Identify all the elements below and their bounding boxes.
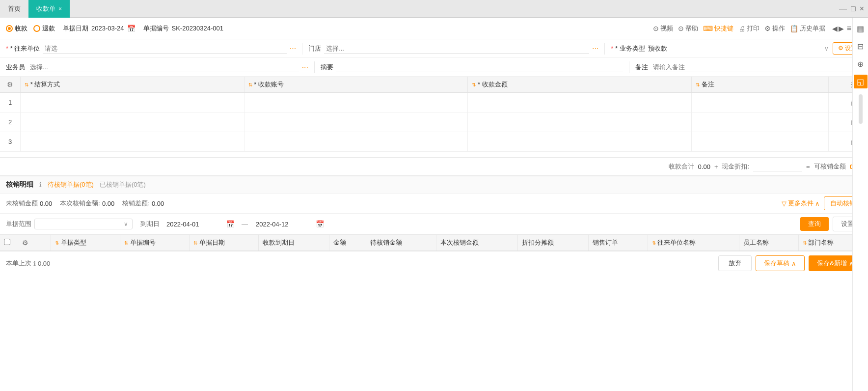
footer-info-icon[interactable]: ℹ: [33, 260, 36, 267]
abandon-btn[interactable]: 放弃: [718, 255, 752, 271]
tab-bar: 首页 收款单 × — □ ×: [0, 0, 868, 18]
shortcut-btn[interactable]: ⌨ 快捷键: [703, 24, 733, 33]
doc-range-select[interactable]: ∨: [34, 219, 133, 229]
row-remark-3[interactable]: [692, 132, 829, 152]
cal-start-icon[interactable]: 📅: [223, 220, 238, 228]
row-account-1[interactable]: [244, 93, 468, 112]
search-filters: 单据范围 ∨ 到期日 📅 — 📅 查询 设置: [0, 214, 868, 235]
footer-btns: 放弃 保存草稿 ∧ 保存&新增 ∧: [718, 255, 862, 271]
row-amount-3[interactable]: [468, 132, 692, 152]
total-value: 0.00: [698, 163, 710, 170]
counterpart-input[interactable]: [43, 44, 286, 54]
row-settlement-1[interactable]: [21, 93, 244, 112]
doc-date-field: 单据日期 2023-03-24 📅: [63, 24, 136, 33]
col-staff-label: 员工名称: [743, 239, 769, 246]
row-remark-2[interactable]: [692, 112, 829, 132]
col-amount-header: ⇅ * 收款金额: [468, 77, 692, 93]
help-btn[interactable]: ⊙ 帮助: [678, 24, 698, 33]
divider4: [629, 61, 629, 73]
sort-doc-type-icon[interactable]: ⇅: [55, 240, 59, 246]
doc-date-label: 单据日期: [63, 24, 88, 33]
save-new-label: 保存&新增: [817, 259, 847, 268]
window-close-icon[interactable]: ×: [860, 4, 864, 13]
discount-input[interactable]: [753, 162, 802, 171]
row-settlement-3[interactable]: [21, 132, 244, 152]
staff-field: 业务员 ···: [6, 62, 308, 72]
calendar-icon[interactable]: 📅: [127, 25, 136, 32]
sort-doc-date-icon[interactable]: ⇅: [193, 240, 197, 246]
row-amount-2[interactable]: [468, 112, 692, 132]
sort-doc-num-icon[interactable]: ⇅: [124, 240, 128, 246]
row-amount-1[interactable]: [468, 93, 692, 112]
shortcut-label: 快捷键: [714, 24, 733, 33]
sort-account-icon[interactable]: ⇅: [248, 82, 252, 87]
col-current-label: 本次核销金额: [440, 239, 479, 246]
col-counterpart-label: 往来单位名称: [657, 239, 696, 246]
row-num-2: 2: [0, 112, 21, 132]
row-account-3[interactable]: [244, 132, 468, 152]
sort-settlement-icon[interactable]: ⇅: [25, 82, 28, 87]
store-label: 门店: [308, 44, 321, 53]
row-account-2[interactable]: [244, 112, 468, 132]
doc-number-value: SK-20230324-001: [172, 25, 224, 32]
table-gear-btn[interactable]: ⚙: [4, 80, 16, 89]
tab-close-icon[interactable]: ×: [58, 0, 62, 18]
operation-btn[interactable]: ⚙ 操作: [764, 24, 785, 33]
counterpart-more-icon[interactable]: ···: [290, 45, 296, 53]
layout-list-icon[interactable]: ≡: [847, 24, 851, 33]
help-icon: ⊙: [678, 25, 684, 32]
pending-tab-link[interactable]: 待核销单据(0笔): [48, 180, 94, 189]
select-all-checkbox[interactable]: [4, 239, 10, 245]
save-draft-btn[interactable]: 保存草稿 ∧: [756, 255, 805, 271]
keyboard-icon: ⌨: [703, 25, 713, 32]
history-btn[interactable]: 📋 历史单据: [790, 24, 825, 33]
offset-info-icon[interactable]: ℹ: [39, 181, 42, 188]
date-start-input[interactable]: [163, 219, 221, 230]
video-btn[interactable]: ⊙ 视频: [653, 24, 673, 33]
biz-type-field: * * 业务类型 预收款 ∨: [611, 44, 828, 53]
biz-type-value: 预收款: [648, 44, 824, 53]
video-icon: ⊙: [653, 25, 659, 32]
more-filter-btn[interactable]: ▽ 更多条件 ∧: [782, 199, 820, 208]
help-label: 帮助: [685, 24, 698, 33]
staff-more-icon[interactable]: ···: [302, 63, 308, 71]
cal-end-icon[interactable]: 📅: [313, 220, 327, 228]
print-btn[interactable]: 🖨 打印: [738, 24, 760, 33]
minimize-icon[interactable]: —: [839, 4, 847, 13]
sidebar-scrollbar[interactable]: [859, 94, 863, 124]
sidebar-table-icon[interactable]: ▦: [854, 22, 868, 35]
sort-dept-icon[interactable]: ⇅: [803, 240, 807, 246]
nav-next-icon[interactable]: ▶: [839, 25, 844, 32]
row-remark-1[interactable]: [692, 93, 829, 112]
biz-type-arrow-icon[interactable]: ∨: [824, 45, 829, 52]
tab-active-label: 收款单: [36, 0, 55, 18]
sidebar-expand-icon[interactable]: ◱: [854, 75, 868, 88]
sort-remark-icon[interactable]: ⇅: [696, 82, 700, 87]
doc-date-value: 2023-03-24: [91, 25, 124, 32]
staff-input[interactable]: [28, 62, 299, 72]
summary-input[interactable]: [336, 62, 623, 72]
bottom-table: ⚙ ⇅ 单据类型 ⇅ 单据编号 ⇅ 单据日期 收款到期日: [0, 235, 868, 251]
done-tab-link[interactable]: 已核销单据(0笔): [100, 180, 146, 189]
sidebar-list-icon[interactable]: ⊟: [854, 39, 868, 53]
radio-refund[interactable]: 退款: [33, 24, 55, 33]
nav-prev-icon[interactable]: ◀: [832, 25, 838, 32]
tab-home[interactable]: 首页: [0, 0, 28, 18]
radio-receipt[interactable]: 收款: [6, 24, 27, 33]
counterpart-label: * * 往来单位: [6, 44, 40, 53]
diff-label: 核销差额:: [122, 199, 150, 208]
date-end-input[interactable]: [252, 219, 311, 230]
store-input[interactable]: [324, 44, 589, 54]
bottom-table-gear-btn[interactable]: ⚙: [19, 238, 31, 248]
history-label: 历史单据: [800, 24, 825, 33]
tab-active[interactable]: 收款单 ×: [28, 0, 70, 18]
sidebar-attach-icon[interactable]: ⊕: [854, 57, 868, 71]
row-settlement-2[interactable]: [21, 112, 244, 132]
query-btn[interactable]: 查询: [800, 217, 829, 231]
sort-amount-icon[interactable]: ⇅: [472, 82, 476, 87]
bottom-table-wrap: ⚙ ⇅ 单据类型 ⇅ 单据编号 ⇅ 单据日期 收款到期日: [0, 235, 868, 251]
store-more-icon[interactable]: ···: [592, 45, 598, 53]
sort-counterpart-icon[interactable]: ⇅: [652, 240, 656, 246]
maximize-icon[interactable]: □: [851, 4, 856, 13]
remark-input[interactable]: [651, 62, 862, 72]
